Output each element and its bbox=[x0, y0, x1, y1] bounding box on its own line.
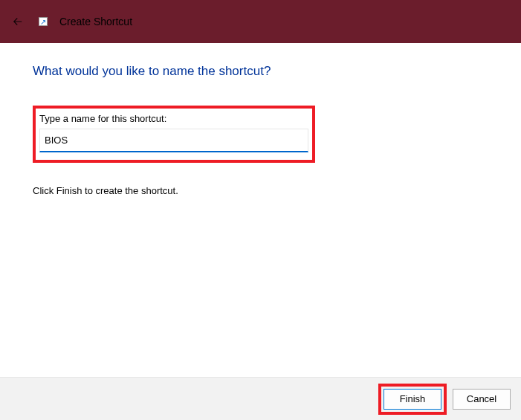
page-heading: What would you like to name the shortcut… bbox=[33, 64, 488, 79]
finish-button-highlight: Finish bbox=[378, 384, 447, 415]
shortcut-icon: ↗ bbox=[39, 17, 48, 26]
name-input-wrap[interactable] bbox=[39, 129, 308, 152]
window-title: Create Shortcut bbox=[59, 16, 132, 28]
main-content: What would you like to name the shortcut… bbox=[0, 43, 521, 196]
name-field-label: Type a name for this shortcut: bbox=[39, 113, 308, 124]
name-field-highlight: Type a name for this shortcut: bbox=[33, 106, 315, 163]
hint-text: Click Finish to create the shortcut. bbox=[33, 185, 488, 196]
back-arrow-icon[interactable] bbox=[9, 13, 27, 30]
finish-button[interactable]: Finish bbox=[384, 389, 441, 410]
footer: Finish Cancel bbox=[0, 377, 521, 420]
titlebar: ↗ Create Shortcut bbox=[0, 0, 521, 43]
cancel-button[interactable]: Cancel bbox=[453, 389, 511, 410]
shortcut-name-input[interactable] bbox=[45, 135, 303, 146]
